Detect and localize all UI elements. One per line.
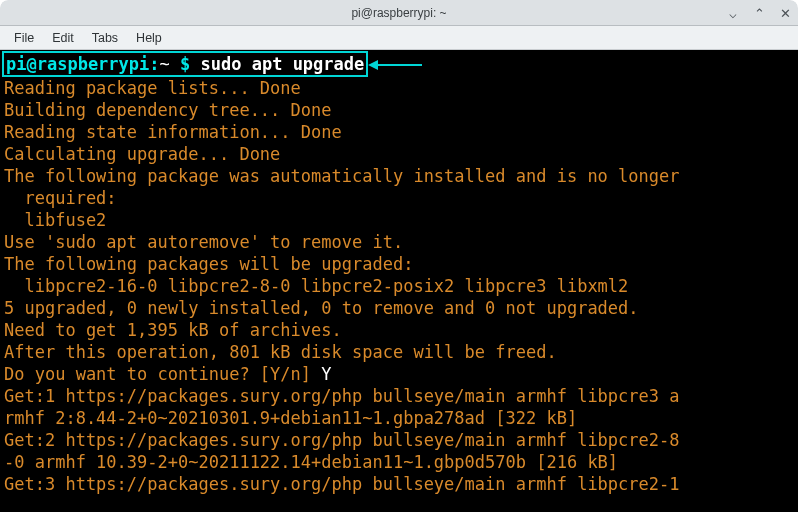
terminal-output-line: required: bbox=[0, 187, 798, 209]
terminal-output-line: Reading package lists... Done bbox=[0, 77, 798, 99]
terminal-output-line: Need to get 1,395 kB of archives. bbox=[0, 319, 798, 341]
terminal-output-line: The following packages will be upgraded: bbox=[0, 253, 798, 275]
menu-help[interactable]: Help bbox=[128, 29, 170, 47]
prompt-highlight: pi@raspberrypi:~ $ sudo apt upgrade bbox=[2, 51, 368, 77]
terminal-output-line: Building dependency tree... Done bbox=[0, 99, 798, 121]
terminal-output-line: The following package was automatically … bbox=[0, 165, 798, 187]
menu-file[interactable]: File bbox=[6, 29, 42, 47]
minimize-button[interactable]: ⌵ bbox=[726, 7, 740, 20]
menu-edit[interactable]: Edit bbox=[44, 29, 82, 47]
terminal-output-line: Get:2 https://packages.sury.org/php bull… bbox=[0, 429, 798, 451]
terminal-output-line: Reading state information... Done bbox=[0, 121, 798, 143]
user-answer: Y bbox=[321, 364, 331, 384]
terminal-window: pi@raspberrypi: ~ ⌵ ⌃ ✕ File Edit Tabs H… bbox=[0, 0, 798, 512]
maximize-button[interactable]: ⌃ bbox=[752, 7, 766, 20]
arrow-annotation-icon bbox=[368, 59, 422, 71]
terminal-output-line: 5 upgraded, 0 newly installed, 0 to remo… bbox=[0, 297, 798, 319]
menu-tabs[interactable]: Tabs bbox=[84, 29, 126, 47]
terminal-output-line: Get:3 https://packages.sury.org/php bull… bbox=[0, 473, 798, 495]
prompt-colon: : bbox=[149, 54, 159, 74]
terminal-output-line: libpcre2-16-0 libpcre2-8-0 libpcre2-posi… bbox=[0, 275, 798, 297]
terminal-output-line: rmhf 2:8.44-2+0~20210301.9+debian11~1.gb… bbox=[0, 407, 798, 429]
titlebar[interactable]: pi@raspberrypi: ~ ⌵ ⌃ ✕ bbox=[0, 0, 798, 26]
window-title: pi@raspberrypi: ~ bbox=[351, 6, 446, 20]
terminal-output-line: libfuse2 bbox=[0, 209, 798, 231]
close-button[interactable]: ✕ bbox=[778, 7, 792, 20]
prompt-command: sudo apt upgrade bbox=[201, 54, 365, 74]
prompt-path: ~ bbox=[160, 54, 170, 74]
titlebar-controls: ⌵ ⌃ ✕ bbox=[726, 0, 792, 26]
prompt-symbol: $ bbox=[170, 54, 201, 74]
menubar: File Edit Tabs Help bbox=[0, 26, 798, 50]
continue-prompt-text: Do you want to continue? [Y/n] bbox=[4, 364, 321, 384]
terminal-output-line: -0 armhf 10.39-2+0~20211122.14+debian11~… bbox=[0, 451, 798, 473]
terminal-output-line: Get:1 https://packages.sury.org/php bull… bbox=[0, 385, 798, 407]
svg-marker-1 bbox=[368, 60, 378, 70]
terminal-output-line: Calculating upgrade... Done bbox=[0, 143, 798, 165]
terminal-output-line: Do you want to continue? [Y/n] Y bbox=[0, 363, 798, 385]
terminal-output-line: After this operation, 801 kB disk space … bbox=[0, 341, 798, 363]
terminal-body[interactable]: pi@raspberrypi:~ $ sudo apt upgrade Read… bbox=[0, 50, 798, 512]
terminal-output-line: Use 'sudo apt autoremove' to remove it. bbox=[0, 231, 798, 253]
prompt-host: pi@raspberrypi bbox=[6, 54, 149, 74]
